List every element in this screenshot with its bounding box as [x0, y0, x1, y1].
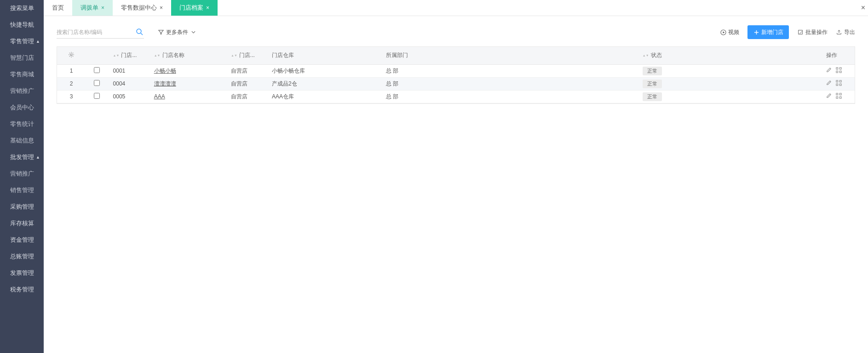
- sidebar-retail-smart-store[interactable]: 智慧门店: [0, 50, 44, 66]
- col-store-dept-label: 所属部门: [386, 52, 408, 58]
- sort-icon: ▲▼: [154, 54, 161, 57]
- sidebar-wholesale-sales[interactable]: 销售管理: [0, 182, 44, 199]
- sort-icon: ▲▼: [113, 54, 120, 57]
- col-ops: 操作: [809, 47, 855, 64]
- row-name-link[interactable]: AAA: [154, 93, 165, 100]
- row-checkbox-cell: [86, 77, 109, 90]
- tab-retail-data-center-close-icon[interactable]: ×: [160, 5, 163, 11]
- plus-icon: [753, 29, 759, 35]
- filter-icon: [158, 29, 164, 35]
- row-index: 2: [57, 77, 86, 90]
- toolbar: 更多条件 视频 新增门店: [57, 24, 855, 40]
- col-ops-label: 操作: [826, 52, 837, 58]
- row-qr-icon[interactable]: [835, 80, 842, 86]
- batch-ops-label: 批量操作: [805, 28, 828, 36]
- col-status[interactable]: ▲▼状态: [638, 47, 809, 64]
- batch-ops-button[interactable]: 批量操作: [797, 28, 828, 36]
- search-icon[interactable]: [136, 28, 143, 35]
- status-badge: 正常: [643, 80, 662, 88]
- col-status-label: 状态: [651, 52, 662, 58]
- row-index: 3: [57, 90, 86, 103]
- row-warehouse: AAA仓库: [267, 90, 381, 103]
- video-button[interactable]: 视频: [720, 28, 739, 36]
- search-input[interactable]: [57, 26, 144, 39]
- row-checkbox[interactable]: [94, 80, 100, 86]
- row-name-cell: AAA: [149, 90, 226, 103]
- row-index: 1: [57, 64, 86, 77]
- row-edit-icon[interactable]: [825, 93, 832, 99]
- col-store-type[interactable]: ▲▼门店...: [226, 47, 267, 64]
- row-code: 0005: [109, 90, 149, 103]
- table-row[interactable]: 10001小畅小畅自营店小畅小畅仓库总 部正常: [57, 64, 855, 77]
- sidebar-wholesale-mgmt[interactable]: 批发管理: [0, 149, 44, 165]
- export-icon: [836, 29, 842, 35]
- tabs-close-all-icon[interactable]: ×: [861, 4, 865, 12]
- svg-rect-7: [799, 30, 803, 34]
- row-ops: [809, 64, 855, 77]
- row-edit-icon[interactable]: [825, 80, 832, 86]
- export-button[interactable]: 导出: [836, 28, 855, 36]
- tab-transfer-order-close-icon[interactable]: ×: [101, 5, 104, 11]
- sidebar-retail-stats[interactable]: 零售统计: [0, 116, 44, 132]
- row-status-cell: 正常: [638, 64, 809, 77]
- sidebar-retail-member[interactable]: 会员中心: [0, 99, 44, 116]
- col-store-name[interactable]: ▲▼门店名称: [149, 47, 226, 64]
- add-store-label: 新增门店: [761, 28, 783, 36]
- sidebar-tax-mgmt[interactable]: 税务管理: [0, 281, 44, 298]
- row-status-cell: 正常: [638, 77, 809, 90]
- gear-icon: [68, 51, 75, 58]
- chevron-down-icon: [190, 29, 196, 35]
- add-store-button[interactable]: 新增门店: [747, 25, 789, 39]
- sidebar-retail-mall[interactable]: 零售商城: [0, 66, 44, 83]
- row-name-link[interactable]: 小畅小畅: [154, 68, 176, 74]
- sidebar-wholesale-marketing[interactable]: 营销推广: [0, 165, 44, 182]
- table-row[interactable]: 30005AAA自营店AAA仓库总 部正常: [57, 90, 855, 103]
- search-wrap: [57, 26, 144, 39]
- tab-store-archive-close-icon[interactable]: ×: [206, 5, 209, 11]
- row-dept: 总 部: [381, 90, 638, 103]
- row-edit-icon[interactable]: [825, 67, 832, 74]
- svg-point-0: [137, 29, 141, 34]
- svg-point-8: [70, 54, 72, 56]
- tab-store-archive[interactable]: 门店档案 ×: [171, 0, 218, 16]
- sidebar-invoice-mgmt[interactable]: 发票管理: [0, 265, 44, 281]
- col-store-code-label: 门店...: [121, 52, 137, 58]
- svg-rect-10: [839, 68, 841, 69]
- row-name-link[interactable]: 澶澶澶澶: [154, 80, 176, 87]
- col-store-code[interactable]: ▲▼门店...: [109, 47, 149, 64]
- tab-transfer-order-label: 调拨单: [80, 4, 98, 12]
- sidebar-funds-mgmt[interactable]: 资金管理: [0, 232, 44, 248]
- row-ops: [809, 77, 855, 90]
- row-checkbox[interactable]: [94, 93, 100, 99]
- panel: 更多条件 视频 新增门店: [44, 16, 868, 353]
- table-row[interactable]: 20004澶澶澶澶自营店产成品2仓总 部正常: [57, 77, 855, 90]
- sidebar-retail-mgmt[interactable]: 零售管理: [0, 33, 44, 50]
- col-settings[interactable]: [57, 47, 86, 64]
- col-store-warehouse-label: 门店仓库: [272, 52, 294, 58]
- row-name-cell: 澶澶澶澶: [149, 77, 226, 90]
- sidebar-inventory-acct[interactable]: 库存核算: [0, 215, 44, 232]
- row-checkbox-cell: [86, 90, 109, 103]
- row-qr-icon[interactable]: [835, 67, 842, 74]
- svg-rect-13: [836, 80, 838, 82]
- row-ops: [809, 90, 855, 103]
- row-qr-icon[interactable]: [835, 93, 842, 99]
- sidebar-retail-marketing[interactable]: 营销推广: [0, 83, 44, 99]
- sidebar-retail-base-info[interactable]: 基础信息: [0, 132, 44, 149]
- tab-home[interactable]: 首页: [44, 0, 72, 16]
- row-type: 自营店: [226, 64, 267, 77]
- sidebar-purchase-mgmt[interactable]: 采购管理: [0, 199, 44, 215]
- sidebar: 搜索菜单 快捷导航 零售管理 智慧门店 零售商城 营销推广 会员中心 零售统计 …: [0, 0, 44, 353]
- export-label: 导出: [844, 28, 855, 36]
- svg-rect-20: [839, 97, 841, 99]
- more-conditions[interactable]: 更多条件: [158, 28, 196, 36]
- sidebar-search-menu[interactable]: 搜索菜单: [0, 0, 44, 17]
- tab-transfer-order[interactable]: 调拨单 ×: [72, 0, 113, 16]
- tab-retail-data-center[interactable]: 零售数据中心 ×: [113, 0, 171, 16]
- row-checkbox[interactable]: [94, 67, 100, 73]
- row-code: 0004: [109, 77, 149, 90]
- video-label: 视频: [728, 28, 739, 36]
- sidebar-gl-mgmt[interactable]: 总账管理: [0, 248, 44, 265]
- svg-rect-17: [836, 93, 838, 95]
- sidebar-quick-nav[interactable]: 快捷导航: [0, 17, 44, 33]
